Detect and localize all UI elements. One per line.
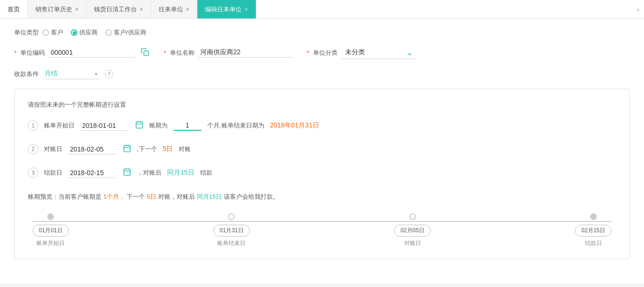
tab-cash-work-close[interactable]: × [140, 6, 143, 13]
svg-rect-5 [124, 145, 130, 152]
timeline-dot-1 [47, 213, 54, 220]
svg-rect-1 [136, 122, 143, 128]
unit-code-input[interactable] [49, 48, 135, 58]
svg-rect-0 [144, 51, 149, 55]
timeline-node-4: 02月15日 结款日 [575, 213, 611, 247]
settings-panel: 请按照未来的一个完整帐期进行设置 1 账单开始日 账期为 个月,账单结束日期为 … [14, 89, 630, 259]
tab-home-label: 首页 [8, 5, 20, 14]
step-1-label: 账单开始日 [44, 121, 75, 130]
tab-cash-work[interactable]: 钱货日清工作台 × [86, 0, 151, 18]
unit-classify-required: * [307, 49, 309, 57]
collection-condition-arrow: ▾ [95, 71, 97, 76]
unit-info-row: * 单位编码 * 单位名称 * 单位分类 未分类 ⌄ [14, 46, 630, 59]
step-3-suffix-highlight: 同月15日 [167, 169, 195, 177]
preview-text: 账期预览：当前客户账期是 1个月， 下一个 5日 对账，对账后 同月15日 该客… [28, 191, 616, 202]
step-2-cal-icon[interactable] [123, 144, 131, 154]
radio-group: 客户 供应商 客户/供应商 [42, 28, 146, 37]
classify-dropdown-arrow: ⌄ [406, 47, 413, 58]
step-2-label: 对账日 [44, 145, 62, 153]
step-2-date-input[interactable] [68, 144, 115, 154]
timeline-label-1: 账单开始日 [36, 239, 65, 247]
tab-partner-units-close[interactable]: × [186, 6, 189, 13]
unit-name-label: 单位名称 [170, 49, 195, 57]
timeline-node-3: 02月05日 对账日 [394, 213, 431, 247]
tab-edit-partner-close[interactable]: × [245, 6, 248, 13]
tab-sales-history-label: 销售订单历史 [35, 5, 72, 14]
tab-edit-partner-label: 编辑往来单位 [205, 5, 242, 14]
step-3-row: 3 结款日 ，对账后 同月15日 结款 [28, 168, 616, 178]
timeline-dot-2 [228, 213, 235, 220]
step-1-row: 1 账单开始日 账期为 个月,账单结束日期为 2018年01月31日 [28, 120, 616, 131]
step-3-suffix-after: 结款 [200, 169, 212, 177]
help-icon[interactable]: ? [105, 70, 113, 78]
step-1-months-input[interactable] [173, 120, 202, 131]
tab-sales-history-close[interactable]: × [75, 6, 78, 13]
copy-icon[interactable] [141, 48, 149, 58]
radio-supplier-label: 供应商 [79, 28, 98, 37]
step-3-date-input[interactable] [68, 168, 115, 178]
step-1-date-input[interactable] [80, 121, 127, 131]
preview-highlight1: 1个月， [103, 193, 125, 200]
timeline-label-2: 账单结束日 [217, 239, 246, 247]
panel-title: 请按照未来的一个完整帐期进行设置 [28, 101, 616, 109]
tab-bar: 首页 销售订单历史 × 钱货日清工作台 × 往来单位 × 编辑往来单位 × › [0, 0, 644, 19]
step-1-end-date: 2018年01月31日 [270, 121, 319, 130]
preview-middle2: 对账，对账后 [158, 193, 195, 200]
radio-customer-supplier-label: 客户/供应商 [114, 28, 146, 37]
unit-type-field: 单位类型 客户 供应商 客户/供应商 [14, 28, 146, 37]
collection-condition-value: 月结 [44, 69, 93, 78]
radio-supplier-circle [71, 29, 77, 36]
timeline-container: 01月01日 账单开始日 01月31日 账单结束日 02月05日 [28, 213, 616, 247]
svg-rect-9 [124, 169, 130, 176]
step-1-cal-icon[interactable] [135, 120, 144, 131]
unit-code-required: * [14, 49, 17, 57]
unit-name-required: * [163, 49, 166, 57]
step-3-label: 结款日 [44, 169, 62, 177]
tab-bar-more-arrow[interactable]: › [632, 0, 644, 18]
radio-customer[interactable]: 客户 [42, 28, 63, 37]
preview-prefix: 账期预览：当前客户账期是 [28, 193, 102, 200]
unit-classify-field: * 单位分类 未分类 ⌄ [307, 46, 417, 59]
unit-classify-value: 未分类 [345, 48, 403, 57]
step-2-suffix-after: 对账 [178, 145, 191, 153]
radio-supplier[interactable]: 供应商 [71, 28, 98, 37]
unit-name-field: * 单位名称 [163, 48, 292, 58]
collection-condition-select[interactable]: 月结 ▾ [42, 68, 99, 79]
collection-condition-field: 收款条件 月结 ▾ ? [14, 68, 113, 79]
step-3-suffix-text: ，对账后 [137, 169, 161, 177]
tab-edit-partner[interactable]: 编辑往来单位 × [197, 0, 256, 18]
unit-code-label: 单位编码 [20, 49, 45, 57]
timeline-node-1: 01月01日 账单开始日 [33, 213, 69, 247]
unit-code-field: * 单位编码 [14, 48, 149, 58]
step-1-months-unit: 个月,账单结束日期为 [207, 121, 264, 130]
radio-customer-supplier-circle [105, 29, 112, 36]
step-2-row: 2 对账日 ,下一个 5日 对账 [28, 144, 616, 154]
tab-sales-history[interactable]: 销售订单历史 × [28, 0, 86, 18]
unit-type-row: 单位类型 客户 供应商 客户/供应商 [14, 28, 630, 37]
step-1-middle-text: 账期为 [149, 121, 168, 130]
unit-type-label: 单位类型 [14, 28, 39, 37]
collection-condition-label: 收款条件 [14, 70, 39, 78]
unit-classify-label: 单位分类 [313, 49, 338, 57]
tab-partner-units-label: 往来单位 [159, 5, 183, 14]
timeline-track: 01月01日 账单开始日 01月31日 账单结束日 02月05日 [33, 213, 611, 247]
step-1-num: 1 [28, 120, 38, 131]
preview-highlight2: 5日 [147, 193, 156, 200]
tab-partner-units[interactable]: 往来单位 × [151, 0, 197, 18]
step-2-num: 2 [28, 144, 38, 154]
timeline-badge-2: 01月31日 [213, 225, 250, 236]
preview-middle: 下一个 [127, 193, 145, 200]
timeline-badge-3: 02月05日 [394, 225, 431, 236]
radio-customer-circle [42, 29, 49, 36]
timeline-badge-1: 01月01日 [33, 225, 69, 236]
step-2-suffix-highlight: 5日 [163, 145, 173, 153]
step-3-num: 3 [28, 168, 38, 178]
unit-name-input[interactable] [198, 48, 293, 58]
tab-home[interactable]: 首页 [0, 0, 28, 18]
main-content: 单位类型 客户 供应商 客户/供应商 * 单位编码 [0, 19, 644, 283]
step-3-cal-icon[interactable] [123, 168, 131, 178]
radio-customer-supplier[interactable]: 客户/供应商 [105, 28, 146, 37]
timeline-line [33, 221, 611, 222]
unit-classify-select[interactable]: 未分类 ⌄ [341, 46, 417, 59]
timeline-badge-4: 02月15日 [575, 225, 611, 236]
